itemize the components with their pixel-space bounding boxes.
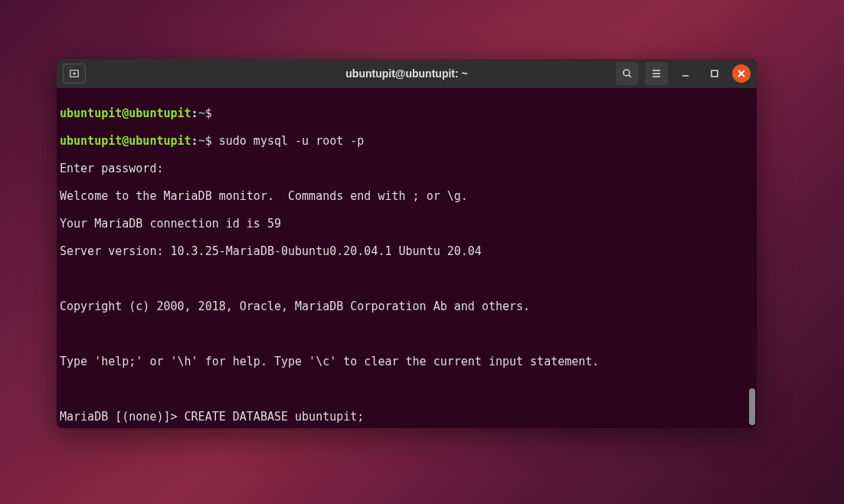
mariadb-prompt: MariaDB [(none)]> — [60, 410, 185, 424]
output-line — [60, 327, 754, 341]
new-tab-button[interactable] — [63, 64, 86, 83]
scrollbar-thumb[interactable] — [749, 388, 755, 425]
search-button[interactable] — [616, 62, 639, 85]
prompt-user: ubuntupit@ubuntupit — [60, 106, 191, 120]
prompt-symbol: $ — [205, 106, 212, 120]
cmd-mysql-login: sudo mysql -u root -p — [219, 134, 365, 148]
new-tab-icon — [69, 68, 80, 79]
prompt-line: ubuntupit@ubuntupit:~$ — [60, 106, 754, 120]
close-button[interactable] — [732, 64, 751, 83]
menu-button[interactable] — [645, 62, 668, 85]
output-line: Your MariaDB connection id is 59 — [60, 217, 754, 231]
svg-line-4 — [629, 75, 631, 77]
maximize-button[interactable] — [703, 62, 726, 85]
svg-rect-9 — [712, 70, 718, 77]
prompt-path: ~ — [198, 106, 205, 120]
svg-point-3 — [623, 70, 630, 76]
output-line: Server version: 10.3.25-MariaDB-0ubuntu0… — [60, 244, 754, 258]
output-line: Copyright (c) 2000, 2018, Oracle, MariaD… — [60, 299, 754, 313]
output-line: Enter password: — [60, 162, 754, 175]
search-icon — [621, 67, 633, 80]
output-line — [60, 382, 754, 396]
close-icon — [738, 70, 745, 77]
prompt-line: ubuntupit@ubuntupit:~$ sudo mysql -u roo… — [60, 134, 754, 148]
output-line: Type 'help;' or '\h' for help. Type '\c'… — [60, 355, 754, 368]
output-line — [60, 272, 754, 286]
maximize-icon — [710, 69, 719, 78]
output-line: Welcome to the MariaDB monitor. Commands… — [60, 189, 754, 203]
hamburger-icon — [650, 67, 662, 80]
window-title: ubuntupit@ubuntupit: ~ — [201, 67, 613, 80]
minimize-button[interactable] — [674, 62, 697, 85]
mariadb-line: MariaDB [(none)]> CREATE DATABASE ubuntu… — [60, 410, 754, 424]
sql-create-db: CREATE DATABASE ubuntupit; — [185, 410, 365, 424]
terminal-window: ubuntupit@ubuntupit: ~ ubuntupit@ubuntup… — [57, 59, 757, 428]
minimize-icon — [681, 69, 690, 78]
terminal-body[interactable]: ubuntupit@ubuntupit:~$ ubuntupit@ubuntup… — [57, 88, 757, 428]
titlebar[interactable]: ubuntupit@ubuntupit: ~ — [57, 59, 757, 88]
